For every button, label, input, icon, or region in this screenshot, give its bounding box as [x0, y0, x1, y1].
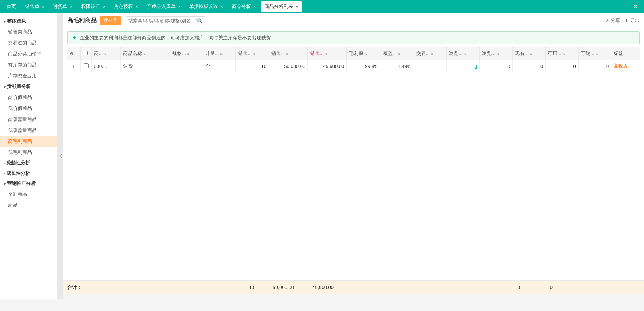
sidebar: ▾ 整体信息 销售类商品 交易过的商品 商品分类助销率 有库存的商品 库存资金占… — [0, 13, 57, 299]
cell-sellable: 0 — [578, 60, 611, 72]
search-input[interactable] — [128, 18, 194, 23]
cell-sales-qty: 10 — [236, 60, 269, 72]
top-navigation: 首页 销售单 × 进货单 × 权限设置 × 角色授权 × 产成品入库单 × 单据… — [0, 0, 644, 13]
cell-sales-cost: 49,900.00 — [308, 60, 347, 72]
sidebar-item-new-goods[interactable]: 新品 — [0, 200, 57, 211]
cell-coverage: 1.49% — [381, 60, 414, 72]
sidebar-item-sales-goods[interactable]: 销售类商品 — [0, 26, 57, 37]
sidebar-group-contribution[interactable]: ▾ 贡献量分析 — [0, 82, 57, 92]
th-tag: 标签 — [611, 47, 640, 60]
tab-close-icon[interactable]: × — [220, 4, 223, 9]
alert-text: 企业的主要的利润都是这部分商品创造的，可考虑加大推广，同时关注库存是不要出现缺货 — [80, 35, 271, 41]
tab-template-settings[interactable]: 单据模板设置 × — [186, 1, 226, 12]
sidebar-item-high-margin[interactable]: 高毛利商品 — [0, 136, 57, 147]
bottom-scrollbar[interactable] — [63, 294, 644, 299]
sidebar-item-low-margin[interactable]: 低毛利商品 — [0, 147, 57, 158]
th-views1[interactable]: 浏览... ⇅ — [447, 47, 480, 60]
footer-current-stock: 0 — [491, 285, 520, 290]
page-title: 高毛利商品 — [67, 17, 97, 25]
export-icon: ⬆ — [625, 18, 629, 23]
sidebar-group-overall[interactable]: ▾ 整体信息 — [0, 16, 57, 26]
arrow-icon: › — [4, 171, 5, 176]
tab-close-icon[interactable]: × — [178, 4, 180, 9]
sidebar-group-marketing[interactable]: ▾ 营销推广分析 — [0, 178, 57, 189]
arrow-icon: › — [4, 161, 5, 165]
th-sales-amt[interactable]: 销售... ⇅ — [269, 47, 308, 60]
cell-tag: 高收入 — [611, 60, 640, 72]
content-area: 高毛利商品 近一月 🔍 ↗ 分享 ⬆ 导出 ✦ 企业的主要的利润都是这部分商品创… — [63, 13, 644, 299]
cell-views1[interactable]: 0 — [447, 60, 480, 72]
search-icon[interactable]: 🔍 — [196, 17, 203, 24]
footer-available-stock: 0 — [523, 285, 553, 290]
th-gross-margin[interactable]: 毛利率 ⇅ — [347, 47, 381, 60]
th-unit[interactable]: 计量... ⇅ — [203, 47, 236, 60]
sort-icon: ⇅ — [285, 52, 288, 56]
tab-close-icon[interactable]: × — [296, 4, 298, 9]
th-available-stock[interactable]: 可用... ⇅ — [546, 47, 579, 60]
main-layout: ▾ 整体信息 销售类商品 交易过的商品 商品分类助销率 有库存的商品 库存资金占… — [0, 13, 644, 299]
sidebar-item-high-value[interactable]: 高价值商品 — [0, 92, 57, 103]
tab-product-analysis[interactable]: 商品分析 × — [228, 1, 259, 12]
sidebar-item-traded-goods[interactable]: 交易过的商品 — [0, 37, 57, 48]
tab-close-icon[interactable]: × — [136, 4, 138, 9]
sort-icon: ⇅ — [397, 52, 400, 56]
sort-icon: ⇅ — [103, 52, 106, 56]
th-current-stock[interactable]: 现有... ⇅ — [512, 47, 546, 60]
table-row: 1 0000... 运费 个 10 50,000.00 49,900.00 99… — [67, 60, 640, 72]
arrow-icon: ▾ — [4, 182, 6, 186]
tab-close-icon[interactable]: × — [70, 4, 72, 9]
sidebar-item-in-stock[interactable]: 有库存的商品 — [0, 59, 57, 70]
sort-icon: ⇅ — [496, 52, 499, 56]
row-checkbox[interactable] — [84, 63, 89, 68]
tab-sales-order[interactable]: 销售单 × — [21, 1, 48, 12]
sort-icon: ⇅ — [143, 52, 146, 56]
sort-icon: ⇅ — [529, 52, 532, 56]
cell-available-stock: 0 — [546, 60, 579, 72]
th-settings[interactable]: ⚙ — [67, 47, 80, 60]
select-all-checkbox[interactable] — [83, 51, 88, 55]
share-button[interactable]: ↗ 分享 — [605, 17, 620, 24]
export-button[interactable]: ⬆ 导出 — [625, 17, 640, 24]
tab-product-in[interactable]: 产成品入库单 × — [143, 1, 184, 12]
sidebar-item-category-rate[interactable]: 商品分类助销率 — [0, 48, 57, 59]
content-header: 高毛利商品 近一月 🔍 ↗ 分享 ⬆ 导出 — [63, 13, 644, 28]
tab-permission-settings[interactable]: 权限设置 × — [78, 1, 109, 12]
th-sales-qty[interactable]: 销售... ⇅ — [236, 47, 269, 60]
th-views2[interactable]: 浏览... ⇅ — [479, 47, 512, 60]
tab-purchase-order[interactable]: 进货单 × — [49, 1, 76, 12]
header-actions: ↗ 分享 ⬆ 导出 — [605, 17, 640, 24]
tab-product-analysis-list[interactable]: 商品分析列表 × — [261, 1, 302, 12]
th-code[interactable]: 商... ⇅ — [91, 47, 120, 60]
sidebar-group-trend[interactable]: › 流趋性分析 — [0, 158, 57, 168]
footer-label: 合计： — [67, 284, 82, 291]
sidebar-item-high-coverage[interactable]: 高覆盖量商品 — [0, 114, 57, 125]
sort-icon: ⇅ — [595, 52, 598, 56]
sort-icon: ⇅ — [463, 52, 466, 56]
sidebar-group-growth[interactable]: › 成长性分析 — [0, 168, 57, 178]
tab-close-icon[interactable]: × — [103, 4, 105, 9]
sort-icon: ⇅ — [562, 52, 565, 56]
data-table: ⚙ 商... ⇅ 商品名称 — [67, 47, 640, 72]
th-spec[interactable]: 规格... ⇅ — [170, 47, 203, 60]
tab-close-icon[interactable]: × — [253, 4, 256, 9]
th-coverage[interactable]: 覆盖... ⇅ — [381, 47, 414, 60]
sidebar-item-stock-capital[interactable]: 库存资金占用 — [0, 70, 57, 82]
sidebar-item-low-value[interactable]: 低价值商品 — [0, 103, 57, 114]
cell-transactions: 1 — [414, 60, 447, 72]
th-sellable[interactable]: 可销... ⇅ — [578, 47, 611, 60]
arrow-icon: ▾ — [4, 19, 6, 23]
cell-unit: 个 — [203, 60, 236, 72]
th-name[interactable]: 商品名称 ⇅ — [120, 47, 170, 60]
th-sales-cost[interactable]: 销售... ⇅ — [308, 47, 347, 60]
tab-close-icon[interactable]: × — [42, 4, 44, 9]
close-all-button[interactable]: × — [630, 1, 641, 12]
tab-role-auth[interactable]: 角色授权 × — [110, 1, 141, 12]
tab-home[interactable]: 首页 — [3, 1, 20, 12]
sidebar-collapse-button[interactable]: 《 — [57, 13, 63, 299]
sidebar-item-all-goods[interactable]: 全部商品 — [0, 189, 57, 200]
cell-spec — [170, 60, 203, 72]
sidebar-item-low-coverage[interactable]: 低覆盖量商品 — [0, 125, 57, 136]
th-transactions[interactable]: 交易... ⇅ — [414, 47, 447, 60]
cell-index: 1 — [67, 60, 80, 72]
filter-time-button[interactable]: 近一月 — [100, 16, 121, 25]
